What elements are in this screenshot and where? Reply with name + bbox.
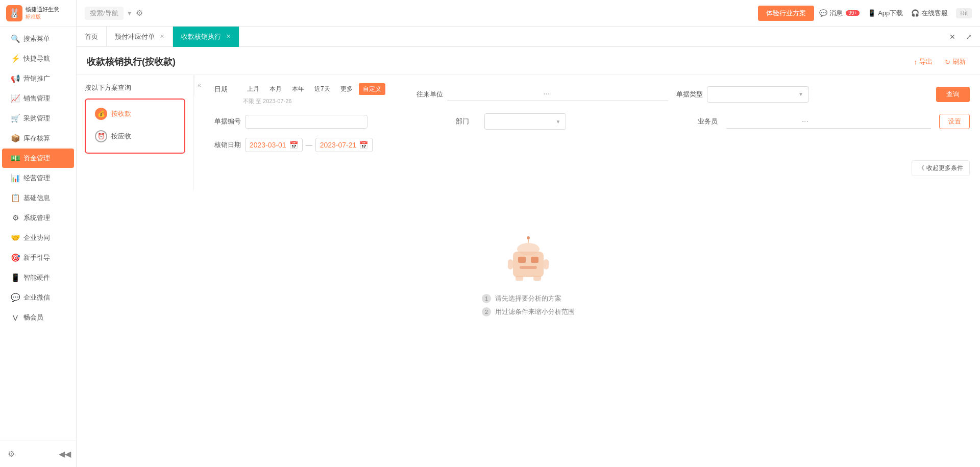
maximize-tab-icon[interactable]: ⤢ [962,30,976,44]
date-tab-5[interactable]: 自定义 [359,83,385,95]
nav-icon-system: ⚙ [10,213,20,223]
filter-sidebar-label: 按以下方案查询 [85,83,185,92]
tip-text-2: 用过滤条件来缩小分析范围 [495,307,575,316]
doc-no-field: 单据编号 [214,115,448,129]
nav-label-finance: 资金管理 [23,154,50,163]
filter-option-icon-by_receivable: ⏰ [95,130,107,142]
topbar-title-box: 搜索/导航 ▼ ⚙ [85,7,753,20]
tab-home[interactable]: 首页 [77,27,107,47]
partner-ellipsis-icon[interactable]: ··· [541,89,552,99]
date-tab-2[interactable]: 本年 [288,83,308,95]
tab-close-prepay[interactable]: ✕ [160,33,164,40]
collapse-filter-button[interactable]: « [194,75,204,95]
empty-tips: 1 请先选择要分析的方案 2 用过滤条件来缩小分析范围 [482,294,575,316]
filter-options-box: 💰按收款⏰按应收 [85,99,185,154]
topbar-gear-icon[interactable]: ⚙ [136,8,143,18]
verify-date-end-input[interactable]: 2023-07-21 📅 [315,138,373,152]
sidebar-item-finance[interactable]: 💵资金管理 [2,149,74,168]
nav-icon-sales: 📈 [10,94,20,103]
app-name: 畅捷通好生意 [26,6,59,13]
tab-receivable[interactable]: 收款核销执行✕ [173,27,239,47]
doc-type-label: 单据类型 [676,90,703,99]
sidebar-item-operation[interactable]: 📊经营管理 [2,168,74,188]
nav-icon-hardware: 📱 [10,273,20,282]
filter-option-by_receivable[interactable]: ⏰按应收 [90,126,180,146]
tab-label-home: 首页 [85,32,98,41]
collapse-more-button[interactable]: 《 收起更多条件 [912,160,970,176]
online-service-label: 在线客服 [921,9,948,18]
date-tab-0[interactable]: 上月 [243,83,263,95]
sidebar-item-inventory[interactable]: 📦库存核算 [2,129,74,148]
filter-row-1: 日期 上月本月本年近7天更多自定义 不限 至 2023-07-26 往来单位 [214,83,970,105]
empty-tip-1: 1 请先选择要分析的方案 [482,294,575,303]
doc-no-input[interactable] [245,115,368,129]
calendar-icon: 📅 [289,141,298,149]
nav-icon-marketing: 📢 [10,74,20,83]
sidebar-item-sales[interactable]: 📈销售管理 [2,89,74,108]
refresh-button[interactable]: ↻ 刷新 [941,55,970,68]
sidebar-item-search[interactable]: 🔍搜索菜单 [2,29,74,48]
nav-label-sales: 销售管理 [23,94,50,103]
verify-date-start-input[interactable]: 2023-03-01 📅 [245,138,303,152]
topbar-right: 💬 消息 99+ 📱 App下载 🎧 在线客服 Rit [819,8,972,18]
verify-date-start-value: 2023-03-01 [250,141,286,149]
sidebar-item-cooperation[interactable]: 🤝企业协同 [2,228,74,248]
tab-prepay[interactable]: 预付冲应付单✕ [107,27,173,47]
sidebar-item-guide[interactable]: 🎯新手引导 [2,248,74,267]
partner-label: 往来单位 [416,90,443,99]
tip-num-1: 1 [482,294,491,303]
message-icon: 💬 [819,9,827,17]
message-button[interactable]: 💬 消息 99+ [819,9,860,18]
sidebar-item-system[interactable]: ⚙系统管理 [2,208,74,228]
app-download-button[interactable]: 📱 App下载 [868,9,903,18]
sidebar-item-quick[interactable]: ⚡快捷导航 [2,49,74,68]
user-info[interactable]: Rit [956,8,972,18]
doc-type-select[interactable]: ▼ [707,86,809,103]
date-separator: — [306,141,312,149]
sidebar-item-member[interactable]: V畅会员 [2,308,74,327]
settings-icon[interactable]: ⚙ [2,445,20,463]
sidebar-item-basic[interactable]: 📋基础信息 [2,188,74,208]
svg-rect-3 [520,266,537,269]
filter-option-label-by_receipt: 按收款 [111,109,131,118]
partner-input[interactable] [447,90,539,98]
sidebar-item-marketing[interactable]: 📢营销推广 [2,69,74,88]
dept-arrow-icon: ▼ [555,119,560,125]
sidebar-item-wechat[interactable]: 💬企业微信 [2,288,74,307]
nav-label-wechat: 企业微信 [23,293,50,302]
nav-icon-guide: 🎯 [10,253,20,262]
filter-panel: 按以下方案查询 💰按收款⏰按应收 « 日期 上月本月本年近7天更多自定义 [77,75,980,190]
svg-rect-4 [508,259,513,269]
dept-label: 部门 [456,117,480,126]
sidebar-item-hardware[interactable]: 📱智能硬件 [2,268,74,287]
dept-select[interactable]: ▼ [484,113,566,130]
page-header: 收款核销执行(按收款) ↑ 导出 ↻ 刷新 [77,47,980,75]
sidebar-item-purchase[interactable]: 🛒采购管理 [2,109,74,128]
query-button[interactable]: 查询 [936,87,970,102]
date-tabs: 上月本月本年近7天更多自定义 [243,83,385,95]
staff-ellipsis-icon[interactable]: ··· [800,117,811,126]
filter-option-by_receipt[interactable]: 💰按收款 [90,104,180,124]
nav-icon-basic: 📋 [10,193,20,203]
doc-type-field: 单据类型 ▼ [676,86,928,103]
industry-solution-button[interactable]: 体验行业方案 [758,6,814,21]
nav-label-marketing: 营销推广 [23,74,50,83]
nav-label-member: 畅会员 [23,313,43,322]
setting-button[interactable]: 设置 [939,114,970,129]
date-tab-4[interactable]: 更多 [336,83,357,95]
online-service-button[interactable]: 🎧 在线客服 [911,9,948,18]
nav-icon-operation: 📊 [10,174,20,183]
close-tab-icon[interactable]: ✕ [945,30,960,44]
collapse-sidebar-icon[interactable]: ◀◀ [56,445,74,463]
date-tab-1[interactable]: 本月 [265,83,286,95]
message-label: 消息 [829,9,843,18]
tab-close-receivable[interactable]: ✕ [226,33,231,40]
tip-num-2: 2 [482,307,491,316]
app-icon: 📱 [868,9,876,17]
date-label: 日期 [214,85,239,94]
staff-input[interactable] [726,117,798,125]
app-edition: 标准版 [26,13,59,20]
filter-option-icon-by_receipt: 💰 [95,108,107,120]
date-tab-3[interactable]: 近7天 [310,83,334,95]
export-button[interactable]: ↑ 导出 [910,55,937,68]
